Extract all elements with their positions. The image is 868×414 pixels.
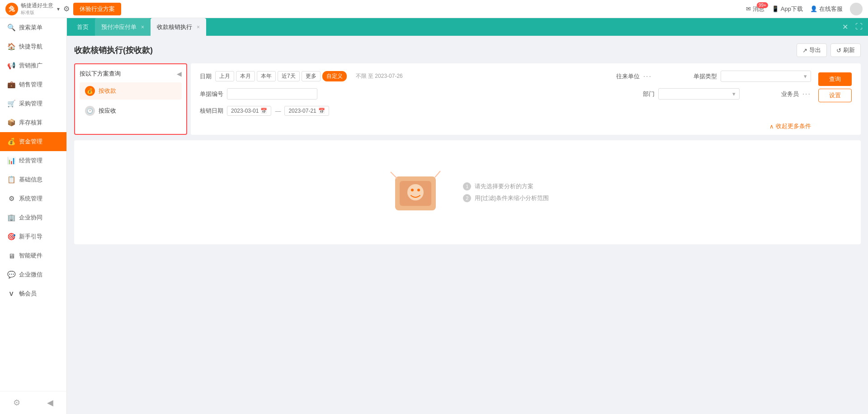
tab-expand-btn[interactable]: ⛶ bbox=[854, 21, 864, 33]
sidebar-item-marketing[interactable]: 📢 营销推广 bbox=[0, 56, 66, 75]
date-btn-this-year[interactable]: 本年 bbox=[257, 71, 276, 81]
sidebar-item-basicinfo[interactable]: 📋 基础信息 bbox=[0, 170, 66, 189]
sidebar-item-search[interactable]: 🔍 搜索菜单 bbox=[0, 18, 66, 37]
sidebar-label-system: 系统管理 bbox=[19, 195, 42, 203]
empty-tip-1: 1 请先选择要分析的方案 bbox=[463, 182, 548, 190]
industry-button[interactable]: 休验行业方案 bbox=[73, 3, 121, 15]
dept-field: 部门 ▾ bbox=[643, 88, 740, 100]
sidebar-item-tutorial[interactable]: 🎯 新手引导 bbox=[0, 227, 66, 246]
tip-num-2: 2 bbox=[463, 194, 471, 202]
sidebar-item-wechat[interactable]: 💬 企业微信 bbox=[0, 265, 66, 284]
doc-num-field: 单据编号 bbox=[200, 88, 317, 100]
receivable-option-icon: 🕐 bbox=[85, 106, 95, 116]
doc-type-select[interactable]: ▾ bbox=[721, 71, 811, 82]
logo-text: 畅捷通好生意 bbox=[21, 2, 53, 10]
collapse-more-btn[interactable]: ∧ 收起更多条件 bbox=[200, 122, 811, 130]
page-actions: ↗ 导出 ↺ 刷新 bbox=[797, 43, 861, 57]
empty-content: 1 请先选择要分析的方案 2 用[过滤]条件来缩小分析范围 bbox=[386, 167, 548, 217]
sidebar-label-funds: 资金管理 bbox=[19, 138, 42, 146]
date-btn-custom[interactable]: 自定义 bbox=[322, 71, 347, 81]
svg-point-4 bbox=[417, 189, 420, 191]
online-service-btn[interactable]: 👤 在线客服 bbox=[810, 5, 843, 13]
sidebar-item-inventory[interactable]: 📦 库存核算 bbox=[0, 113, 66, 132]
app-download-btn[interactable]: 📱 App下载 bbox=[772, 5, 803, 13]
sidebar-item-operations[interactable]: 📊 经营管理 bbox=[0, 151, 66, 170]
tab-prepay-close[interactable]: × bbox=[141, 24, 144, 30]
verify-date-end-cal-icon: 📅 bbox=[318, 108, 325, 114]
sidebar-item-purchase[interactable]: 🛒 采购管理 bbox=[0, 94, 66, 113]
sidebar-item-sales[interactable]: 💼 销售管理 bbox=[0, 75, 66, 94]
operations-icon: 📊 bbox=[7, 157, 15, 165]
filter-form-wrapper: 日期 上月 本月 本年 近7天 更多 自定义 bbox=[200, 71, 852, 130]
topbar: 兔 畅捷通好生意 标准版 ▾ ⚙ 休验行业方案 ✉ 消息 99+ 📱 App下载… bbox=[0, 0, 868, 18]
tip-num-1: 1 bbox=[463, 182, 471, 190]
tab-close-btn[interactable]: ✕ bbox=[840, 21, 850, 33]
page-content: 收款核销执行(按收款) ↗ 导出 ↺ 刷新 按以下方案 bbox=[67, 36, 868, 414]
sidebar-item-funds[interactable]: 💰 资金管理 bbox=[0, 132, 66, 151]
export-button[interactable]: ↗ 导出 bbox=[797, 43, 827, 57]
filter-collapse-icon[interactable]: ◀ bbox=[177, 70, 182, 77]
date-btn-7days[interactable]: 近7天 bbox=[278, 71, 300, 81]
svg-line-5 bbox=[391, 172, 397, 179]
tab-prepay-label: 预付冲应付单 bbox=[101, 23, 137, 31]
sidebar-item-quicknav[interactable]: 🏠 快捷导航 bbox=[0, 37, 66, 56]
salesperson-dots-btn[interactable]: ··· bbox=[802, 90, 811, 98]
doc-num-label: 单据编号 bbox=[200, 90, 223, 98]
tab-bar: 首页 预付冲应付单 × 收款核销执行 × ✕ ⛶ bbox=[67, 18, 868, 36]
date-quick-buttons: 上月 本月 本年 近7天 更多 自定义 bbox=[215, 71, 347, 81]
inventory-icon: 📦 bbox=[7, 119, 15, 127]
collapse-more-label: 收起更多条件 bbox=[776, 122, 811, 130]
refresh-label: 刷新 bbox=[843, 46, 855, 54]
topbar-gear-icon[interactable]: ⚙ bbox=[63, 5, 70, 13]
sidebar: 🔍 搜索菜单 🏠 快捷导航 📢 营销推广 💼 销售管理 🛒 采购管理 📦 库存核… bbox=[0, 18, 67, 414]
export-label: 导出 bbox=[809, 46, 821, 54]
user-avatar[interactable] bbox=[850, 3, 863, 15]
filter-option-by-receivable[interactable]: 🕐 按应收 bbox=[80, 102, 182, 119]
main-layout: 🔍 搜索菜单 🏠 快捷导航 📢 营销推广 💼 销售管理 🛒 采购管理 📦 库存核… bbox=[0, 18, 868, 414]
sidebar-item-hardware[interactable]: 🖥 智能硬件 bbox=[0, 246, 66, 265]
verify-date-end-input[interactable]: 2023-07-21 📅 bbox=[284, 106, 329, 116]
date-btn-more[interactable]: 更多 bbox=[302, 71, 321, 81]
app-download-label: App下载 bbox=[781, 5, 803, 13]
receipt-option-icon: 💰 bbox=[85, 86, 95, 96]
salesperson-field: 业务员 ··· bbox=[781, 90, 811, 98]
doc-type-label: 单据类型 bbox=[693, 72, 717, 81]
sidebar-item-enterprise[interactable]: 🏢 企业协同 bbox=[0, 208, 66, 227]
refresh-icon: ↺ bbox=[836, 47, 841, 54]
logo-dropdown-icon[interactable]: ▾ bbox=[57, 6, 60, 12]
query-button[interactable]: 查询 bbox=[818, 72, 852, 86]
sidebar-label-operations: 经营管理 bbox=[19, 157, 42, 165]
salesperson-label: 业务员 bbox=[781, 90, 799, 98]
dept-select[interactable]: ▾ bbox=[658, 88, 740, 100]
sidebar-settings-btn[interactable]: ⚙ bbox=[10, 395, 23, 410]
filter-fields: 日期 上月 本月 本年 近7天 更多 自定义 bbox=[200, 71, 811, 130]
tab-verify[interactable]: 收款核销执行 × bbox=[151, 18, 206, 36]
verify-date-start-input[interactable]: 2023-03-01 📅 bbox=[227, 106, 271, 116]
settings-button[interactable]: 设置 bbox=[818, 89, 852, 102]
sidebar-label-inventory: 库存核算 bbox=[19, 119, 42, 127]
sidebar-item-system[interactable]: ⚙ 系统管理 bbox=[0, 189, 66, 208]
date-btn-this-month[interactable]: 本月 bbox=[236, 71, 255, 81]
topbar-logo: 兔 畅捷通好生意 标准版 bbox=[5, 2, 53, 16]
sidebar-item-member[interactable]: V 畅会员 bbox=[0, 284, 66, 303]
sidebar-label-marketing: 营销推广 bbox=[19, 62, 42, 70]
date-btn-last-month[interactable]: 上月 bbox=[215, 71, 234, 81]
tab-home[interactable]: 首页 bbox=[71, 18, 95, 36]
message-btn[interactable]: ✉ 消息 99+ bbox=[746, 5, 764, 13]
topbar-left: 兔 畅捷通好生意 标准版 ▾ ⚙ 休验行业方案 bbox=[5, 2, 121, 16]
refresh-button[interactable]: ↺ 刷新 bbox=[830, 43, 861, 57]
filter-right-panel: 日期 上月 本月 本年 近7天 更多 自定义 bbox=[191, 63, 861, 135]
doc-num-input[interactable] bbox=[227, 88, 317, 100]
system-icon: ⚙ bbox=[7, 195, 15, 203]
tutorial-icon: 🎯 bbox=[7, 233, 15, 241]
svg-point-3 bbox=[411, 189, 414, 191]
verify-date-end-value: 2023-07-21 bbox=[288, 108, 316, 114]
filter-option-by-receipt[interactable]: 💰 按收款 bbox=[80, 82, 182, 100]
purchase-icon: 🛒 bbox=[7, 100, 15, 108]
sidebar-collapse-btn[interactable]: ◀ bbox=[44, 395, 56, 410]
sidebar-label-purchase: 采购管理 bbox=[19, 100, 42, 108]
tab-prepay[interactable]: 预付冲应付单 × bbox=[95, 18, 151, 36]
date-dash: — bbox=[275, 108, 281, 114]
tab-verify-close[interactable]: × bbox=[197, 24, 200, 30]
counterparty-dots-btn[interactable]: ··· bbox=[643, 72, 652, 81]
